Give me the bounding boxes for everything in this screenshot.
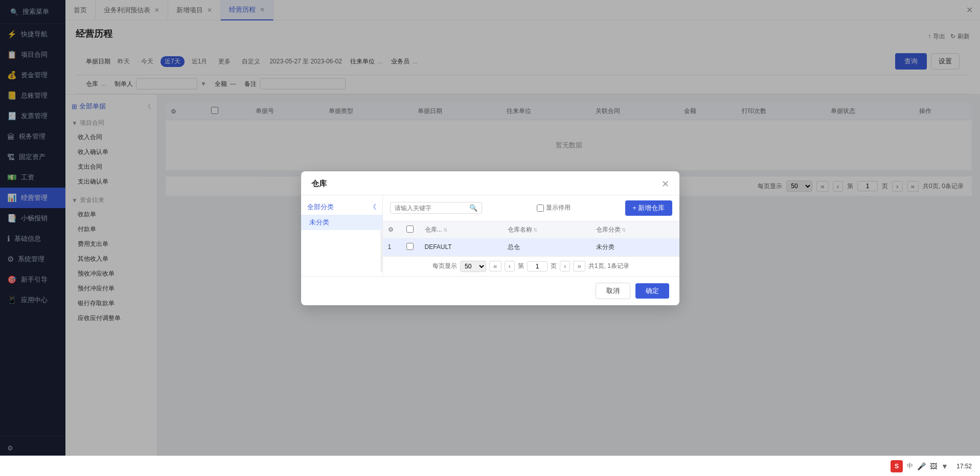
modal-col-name-label: 仓库名称 [508, 225, 532, 234]
modal-left-all-label: 全部分类 [307, 202, 334, 212]
sort-icon-category: ⇅ [622, 227, 626, 233]
modal-table-row[interactable]: 1 DEFAULT 总仓 未分类 [383, 238, 679, 256]
confirm-btn[interactable]: 确定 [635, 283, 669, 299]
modal-left-scrollbar [380, 230, 382, 272]
taskbar-mic-icon: 🎤 [917, 462, 926, 470]
modal-toolbar: 🔍 显示停用 + 新增仓库 [383, 195, 679, 221]
taskbar-time: 17:52 [956, 463, 972, 470]
modal-col-code-label: 仓库... [425, 225, 442, 234]
modal-page-next-btn[interactable]: › [560, 261, 570, 271]
show-disabled-checkbox[interactable] [537, 205, 544, 212]
modal-overlay: 仓库 ✕ 全部分类 《 未分类 [0, 0, 980, 476]
modal-left-collapse-icon[interactable]: 《 [370, 202, 376, 212]
modal-search-box[interactable]: 🔍 [390, 202, 482, 214]
modal-row-checkbox-cell [401, 238, 420, 256]
taskbar: S 中 🎤 🖼 ▼ 17:52 [0, 456, 980, 476]
show-disabled-label: 显示停用 [546, 203, 571, 212]
modal-total-label: 共1页, 1条记录 [588, 262, 629, 270]
modal-per-page-select[interactable]: 50 100 [460, 261, 486, 272]
modal-close-btn[interactable]: ✕ [662, 178, 669, 190]
unclassified-label: 未分类 [309, 218, 329, 226]
modal-header: 仓库 ✕ [301, 171, 679, 195]
modal-pagination: 每页显示 50 100 « ‹ 第 页 › » 共1页, 1条记录 [383, 256, 679, 276]
modal-left-panel: 全部分类 《 未分类 [301, 195, 383, 276]
modal-search-input[interactable] [395, 205, 469, 212]
modal-body: 全部分类 《 未分类 🔍 [301, 195, 679, 276]
modal-col-code[interactable]: 仓库... ⇅ [420, 221, 503, 239]
modal-left-header[interactable]: 全部分类 《 [301, 199, 382, 215]
modal-col-category[interactable]: 仓库分类 ⇅ [591, 221, 679, 239]
modal-page-prev-btn[interactable]: ‹ [505, 261, 515, 271]
modal-select-all[interactable] [406, 225, 414, 233]
modal-col-checkbox [401, 221, 420, 239]
modal-col-settings: ⚙ [383, 221, 401, 239]
modal-row-code: DEFAULT [420, 238, 503, 256]
modal-right-panel: 🔍 显示停用 + 新增仓库 ⚙ [383, 195, 679, 276]
sort-icon-code: ⇅ [443, 227, 447, 233]
sort-icon-name: ⇅ [533, 227, 537, 233]
modal-left-unclassified[interactable]: 未分类 [301, 215, 382, 230]
modal-show-disabled[interactable]: 显示停用 [537, 203, 571, 212]
modal-row-index: 1 [383, 238, 401, 256]
modal-page-suffix: 页 [551, 262, 557, 270]
warehouse-modal: 仓库 ✕ 全部分类 《 未分类 [301, 171, 679, 305]
modal-table-wrap: ⚙ 仓库... ⇅ [383, 221, 679, 256]
modal-page-input[interactable] [527, 261, 548, 271]
modal-row-name: 总仓 [503, 238, 591, 256]
taskbar-dots: 中 [907, 462, 913, 470]
modal-per-page-label: 每页显示 [432, 262, 457, 270]
modal-row-category: 未分类 [591, 238, 679, 256]
modal-page-last-btn[interactable]: » [573, 261, 585, 271]
modal-table-header-row: ⚙ 仓库... ⇅ [383, 221, 679, 239]
modal-row-checkbox[interactable] [406, 243, 414, 250]
modal-col-category-label: 仓库分类 [596, 225, 621, 234]
taskbar-icon: S [891, 460, 903, 472]
modal-footer: 取消 确定 [301, 276, 679, 305]
modal-add-btn[interactable]: + 新增仓库 [625, 200, 672, 216]
modal-search-icon: 🔍 [469, 204, 477, 212]
modal-page-label: 第 [518, 262, 524, 270]
taskbar-extra-icon: ▼ [941, 462, 948, 470]
modal-page-first-btn[interactable]: « [489, 261, 501, 271]
taskbar-img-icon: 🖼 [930, 462, 937, 470]
modal-title: 仓库 [311, 179, 327, 189]
cancel-btn[interactable]: 取消 [596, 283, 630, 299]
settings-icon-modal: ⚙ [388, 226, 394, 233]
modal-col-name[interactable]: 仓库名称 ⇅ [503, 221, 591, 239]
